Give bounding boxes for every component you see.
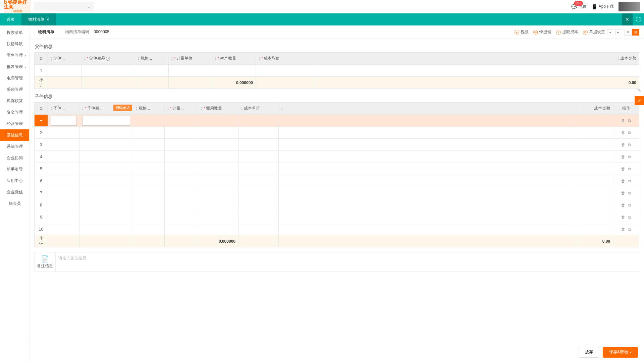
- child-row[interactable]: 2🗑⧉: [35, 127, 639, 139]
- tab-home[interactable]: 首页: [0, 13, 21, 25]
- sidebar-item-7[interactable]: 资金管理: [0, 107, 29, 118]
- child-row[interactable]: 9🗑⧉: [35, 211, 639, 223]
- document-toolbar: 物料清单 物料清单编码 0000005 ▸视频 ⌨快捷键 ↧提取成本 ⚙单据设置…: [30, 25, 644, 39]
- parent-col-cost[interactable]: ▴▾*成本取值: [256, 53, 316, 65]
- help-icon[interactable]: ?: [106, 57, 110, 61]
- child-row[interactable]: 8🗑⧉: [35, 199, 639, 211]
- delete-row-icon[interactable]: 🗑: [621, 179, 625, 183]
- notes-area: 📄 备注信息: [34, 252, 639, 272]
- sidebar-item-9[interactable]: 基础信息: [0, 129, 29, 141]
- parent-col-spec[interactable]: ▴▾规格...: [135, 53, 169, 65]
- copy-row-icon[interactable]: ⧉: [628, 203, 631, 207]
- rail-edit-button[interactable]: ✎: [635, 86, 644, 95]
- copy-row-icon[interactable]: ⧉: [628, 227, 631, 232]
- copy-row-icon[interactable]: ⧉: [628, 167, 631, 171]
- delete-row-icon[interactable]: 🗑: [621, 130, 625, 135]
- footer-bar: 放弃 保存&新增▾: [30, 342, 644, 362]
- delete-row-icon[interactable]: 🗑: [621, 142, 625, 147]
- parent-col-gear[interactable]: ⚙: [35, 53, 48, 65]
- parent-col-unit[interactable]: ▴▾*计量单位: [169, 53, 212, 65]
- messages-button[interactable]: 💬 消息 99+: [571, 4, 586, 9]
- child-col-code[interactable]: ▴▾子件...: [48, 103, 79, 115]
- child-code-input[interactable]: [51, 116, 76, 126]
- sidebar-item-15[interactable]: 畅会员: [0, 198, 29, 209]
- video-button[interactable]: ▸视频: [515, 29, 529, 35]
- extract-cost-button[interactable]: ↧提取成本: [556, 29, 578, 35]
- copy-row-icon[interactable]: ⧉: [628, 215, 631, 220]
- child-col-spec[interactable]: ▴▾规格...: [133, 103, 165, 115]
- view-list-button[interactable]: ≡: [625, 29, 632, 36]
- delete-row-icon[interactable]: 🗑: [621, 167, 625, 171]
- copy-row-icon[interactable]: ⧉: [628, 179, 631, 183]
- app-download-button[interactable]: 📱 App下载: [592, 4, 614, 9]
- doc-setting-button[interactable]: ⚙单据设置: [583, 29, 605, 35]
- child-col-amount[interactable]: 成本金额: [576, 103, 613, 115]
- sidebar: 搜索菜单快捷导航零售管理批发管理电商管理采购管理库存核算资金管理经营管理基础信息…: [0, 25, 30, 362]
- rail-expand-button[interactable]: ⤢: [635, 96, 644, 105]
- child-col-gear[interactable]: ⚙: [35, 103, 48, 115]
- copy-row-icon[interactable]: ⧉: [628, 130, 631, 135]
- copy-row-icon[interactable]: ⧉: [628, 155, 631, 159]
- sidebar-item-10[interactable]: 系统管理: [0, 141, 29, 152]
- sidebar-item-6[interactable]: 库存核算: [0, 95, 29, 107]
- parent-col-qty[interactable]: ▴▾*生产数量: [212, 53, 256, 65]
- parent-subtotal-row: 小计 0.000000 0.00: [35, 77, 639, 89]
- child-row[interactable]: 5🗑⧉: [35, 163, 639, 175]
- prev-doc-button[interactable]: ◂: [607, 29, 613, 35]
- delete-row-icon[interactable]: 🗑: [621, 227, 625, 232]
- sidebar-item-12[interactable]: 新手引导: [0, 164, 29, 175]
- tab-fullscreen[interactable]: ⛶: [633, 13, 644, 25]
- copy-row-icon[interactable]: ⧉: [628, 191, 631, 195]
- parent-col-amount[interactable]: ▴▾成本金额: [316, 53, 639, 65]
- child-row[interactable]: 10🗑⧉: [35, 223, 639, 235]
- parent-col-code[interactable]: ▴▾父件...: [48, 53, 82, 65]
- sidebar-item-2[interactable]: 零售管理: [0, 50, 29, 61]
- gear-icon: ⚙: [39, 56, 43, 61]
- sidebar-item-14[interactable]: 企业微信: [0, 186, 29, 198]
- sidebar-item-13[interactable]: 应用中心: [0, 175, 29, 186]
- sidebar-item-11[interactable]: 企业协同: [0, 152, 29, 164]
- child-col-unit[interactable]: ▴▾*计量...: [165, 103, 198, 115]
- org-selector[interactable]: ⌄: [34, 2, 94, 11]
- sidebar-item-8[interactable]: 经营管理: [0, 118, 29, 129]
- close-icon[interactable]: ✕: [46, 17, 49, 22]
- shortcut-button[interactable]: ⌨快捷键: [533, 29, 551, 35]
- child-row[interactable]: 3🗑⧉: [35, 139, 639, 151]
- delete-row-icon[interactable]: 🗑: [621, 118, 625, 123]
- user-avatar[interactable]: [619, 2, 640, 11]
- delete-row-icon[interactable]: 🗑: [621, 191, 625, 195]
- child-row[interactable]: 6🗑⧉: [35, 175, 639, 187]
- sidebar-item-5[interactable]: 采购管理: [0, 84, 29, 95]
- sidebar-item-3[interactable]: 批发管理: [0, 61, 29, 72]
- tab-bar: 首页 物料清单 ✕ ✕ ⛶: [0, 13, 644, 25]
- scan-input-button[interactable]: 扫码录入: [113, 105, 132, 111]
- tab-bom[interactable]: 物料清单 ✕: [21, 13, 56, 25]
- child-col-price[interactable]: ▴▾成本单价: [238, 103, 279, 115]
- delete-row-icon[interactable]: 🗑: [621, 215, 625, 220]
- add-row-icon[interactable]: +: [38, 118, 44, 124]
- sidebar-item-4[interactable]: 电商管理: [0, 72, 29, 84]
- doc-tab-bom[interactable]: 物料清单: [34, 28, 58, 36]
- discard-button[interactable]: 放弃: [579, 347, 599, 358]
- sidebar-item-0[interactable]: 搜索菜单: [0, 27, 29, 38]
- child-row[interactable]: +🗑⧉: [35, 115, 639, 127]
- child-row[interactable]: 4🗑⧉: [35, 151, 639, 163]
- child-row[interactable]: 7🗑⧉: [35, 187, 639, 199]
- right-rail: ✎ ⤢: [635, 86, 644, 106]
- parent-col-product[interactable]: ▴▾*父件商品?: [82, 53, 135, 65]
- copy-row-icon[interactable]: ⧉: [628, 118, 631, 123]
- view-form-button[interactable]: ▤: [632, 29, 639, 36]
- next-doc-button[interactable]: ▸: [615, 29, 621, 35]
- parent-row[interactable]: 1: [35, 65, 639, 77]
- delete-row-icon[interactable]: 🗑: [621, 203, 625, 207]
- tab-close-all[interactable]: ✕: [622, 13, 633, 25]
- notes-input[interactable]: [55, 253, 639, 272]
- child-col-product[interactable]: ▴▾*子件商...扫码录入: [79, 103, 133, 115]
- child-product-input[interactable]: [82, 116, 130, 126]
- save-and-new-button[interactable]: 保存&新增▾: [603, 347, 638, 358]
- sidebar-item-1[interactable]: 快捷导航: [0, 38, 29, 50]
- note-icon: 📄: [35, 255, 55, 263]
- copy-row-icon[interactable]: ⧉: [628, 142, 631, 147]
- child-col-qty[interactable]: ▴▾*需用数量: [198, 103, 238, 115]
- delete-row-icon[interactable]: 🗑: [621, 155, 625, 159]
